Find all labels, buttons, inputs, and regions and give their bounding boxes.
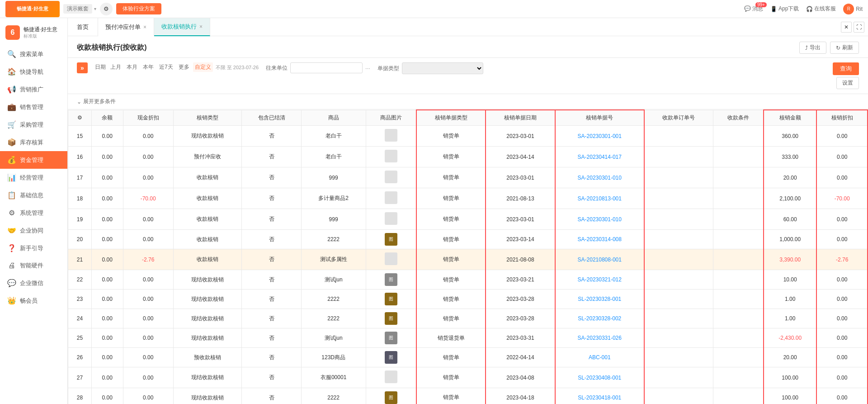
bill-type-select[interactable] xyxy=(402,62,483,74)
export-icon: ⤴ xyxy=(805,45,808,51)
tab-collection[interactable]: 收款核销执行 × xyxy=(154,18,210,36)
cell-10 xyxy=(644,188,713,209)
service-icon: 🎧 xyxy=(806,6,813,12)
table-container[interactable]: ⚙余额现金折扣核销类型包含已结清商品商品图片核销单据类型核销单据日期核销单据号收… xyxy=(68,109,868,404)
cell-6: 图 xyxy=(366,388,416,404)
close-tab1-btn[interactable]: × xyxy=(143,24,146,30)
sidebar-item-basic[interactable]: 📋基础信息 xyxy=(0,186,67,204)
tab-prepay[interactable]: 预付冲应付单 × xyxy=(98,18,154,36)
table-row[interactable]: 210.00-2.76收款核销否测试多属性销货单2021-08-08SA-202… xyxy=(68,249,868,270)
cell-6 xyxy=(366,209,416,230)
cell-7: 销货单 xyxy=(416,126,486,147)
query-button[interactable]: 查询 xyxy=(833,62,859,75)
filter-settings-button[interactable]: 设置 xyxy=(836,77,859,89)
sidebar-item-nav[interactable]: 🏠快捷导航 xyxy=(0,63,67,81)
company-dropdown[interactable]: 演示账套 ▾ xyxy=(63,4,96,14)
custom-link[interactable]: 自定义 xyxy=(193,62,213,72)
cell-3: 现结收款核销 xyxy=(173,290,242,309)
user-info[interactable]: R Rit xyxy=(843,4,863,14)
more-link[interactable]: 更多 xyxy=(177,62,191,72)
col-header-1: 余额 xyxy=(91,110,123,126)
app-download-btn[interactable]: 📱 App下载 xyxy=(770,5,799,13)
cell-0: 27 xyxy=(68,367,92,388)
table-row[interactable]: 270.000.00现结收款核销否衣服00001销货单2023-04-08SL-… xyxy=(68,367,868,388)
sidebar-item-marketing[interactable]: 📢营销推广 xyxy=(0,81,67,98)
cell-2: 0.00 xyxy=(123,290,173,309)
export-button[interactable]: ⤴ 导出 xyxy=(799,42,826,54)
recent7-link[interactable]: 近7天 xyxy=(157,62,175,72)
party-dots[interactable]: ··· xyxy=(365,65,370,71)
this-year-link[interactable]: 本年 xyxy=(141,62,156,72)
sidebar-item-sales[interactable]: 💼销售管理 xyxy=(0,98,67,116)
table-row[interactable]: 170.000.00收款核销否999销货单2023-03-01SA-202303… xyxy=(68,167,868,188)
sidebar-item-search[interactable]: 🔍搜索菜单 xyxy=(0,45,67,63)
table-row[interactable]: 260.000.00预收款核销否123D商品图销货单2022-04-14ABC-… xyxy=(68,348,868,367)
cell-0: 24 xyxy=(68,309,92,328)
party-input[interactable] xyxy=(290,62,363,73)
cell-4: 否 xyxy=(242,309,301,328)
cell-0: 15 xyxy=(68,126,92,147)
cell-11 xyxy=(713,270,764,290)
cell-5: 老白干 xyxy=(301,126,366,147)
close-window-btn[interactable]: ✕ xyxy=(841,22,852,33)
product-image xyxy=(385,171,397,183)
online-service-btn[interactable]: 🎧 在线客服 xyxy=(806,5,836,13)
prev-month-link[interactable]: 上月 xyxy=(108,62,123,72)
table-row[interactable]: 180.00-70.00收款核销否多计量商品2销货单2021-08-13SA-2… xyxy=(68,188,868,209)
cell-2: 0.00 xyxy=(123,230,173,249)
sidebar-item-operations[interactable]: 📊经营管理 xyxy=(0,169,67,186)
sidebar-item-finance[interactable]: 💰资金管理 xyxy=(0,151,67,169)
cell-0: 21 xyxy=(68,249,92,270)
messages-btn[interactable]: 💬 消息 99+ xyxy=(744,5,763,13)
refresh-button[interactable]: ↻ 刷新 xyxy=(830,42,859,54)
cell-8: 2023-03-01 xyxy=(486,126,555,147)
sidebar-item-member[interactable]: 👑畅会员 xyxy=(0,292,67,309)
cell-10 xyxy=(644,249,713,270)
table-row[interactable]: 200.000.00收款核销否2222图销货单2023-03-14SA-2023… xyxy=(68,230,868,249)
cell-8: 2021-08-08 xyxy=(486,249,555,270)
this-month-link[interactable]: 本月 xyxy=(125,62,139,72)
cell-10 xyxy=(644,230,713,249)
sidebar-item-system[interactable]: ⚙系统管理 xyxy=(0,204,67,222)
sidebar-item-guide[interactable]: ❓新手引导 xyxy=(0,239,67,257)
cell-13: 0.00 xyxy=(816,290,868,309)
sidebar-item-hardware[interactable]: 🖨智能硬件 xyxy=(0,257,67,274)
cell-9: SA-20230301-001 xyxy=(555,126,644,147)
purchase-icon: 🛒 xyxy=(7,120,16,129)
sidebar-item-purchase[interactable]: 🛒采购管理 xyxy=(0,116,67,133)
tab-home[interactable]: 首页 xyxy=(68,18,98,36)
filter-expand-btn[interactable]: » xyxy=(77,62,88,73)
table-row[interactable]: 190.000.00收款核销否999销货单2023-03-01SA-202303… xyxy=(68,209,868,230)
table-row[interactable]: 230.000.00现结收款核销否2222图销货单2023-03-28SL-20… xyxy=(68,290,868,309)
cell-12: 1.00 xyxy=(764,290,816,309)
cell-1: 0.00 xyxy=(91,309,123,328)
expand-window-btn[interactable]: ⛶ xyxy=(854,22,864,33)
close-tab2-btn[interactable]: × xyxy=(199,24,203,30)
settings-btn[interactable]: ⚙ xyxy=(100,3,113,15)
cell-10 xyxy=(644,270,713,290)
trial-button[interactable]: 体验行业方案 xyxy=(116,3,161,14)
cell-9: SL-20230408-001 xyxy=(555,367,644,388)
expand-conditions-btn[interactable]: ⌄ 展开更多条件 xyxy=(77,96,859,107)
cell-10 xyxy=(644,126,713,147)
cell-11 xyxy=(713,167,764,188)
table-row[interactable]: 280.000.00现结收款核销否2222图销货单2023-04-18SL-20… xyxy=(68,388,868,404)
app-layout: 6 畅捷通·好生意 标准版 🔍搜索菜单🏠快捷导航📢营销推广💼销售管理🛒采购管理📦… xyxy=(0,18,868,404)
table-row[interactable]: 160.000.00预付冲应收否老白干销货单2023-04-14SA-20230… xyxy=(68,147,868,167)
col-header-13: 核销折扣 xyxy=(816,110,868,126)
table-row[interactable]: 150.000.00现结收款核销否老白干销货单2023-03-01SA-2023… xyxy=(68,126,868,147)
refresh-icon: ↻ xyxy=(836,45,840,51)
cell-5: 测试jun xyxy=(301,270,366,290)
cell-2: 0.00 xyxy=(123,309,173,328)
cell-12: 1,000.00 xyxy=(764,230,816,249)
expand-conditions-bar: ⌄ 展开更多条件 xyxy=(68,94,868,109)
chevron-down-icon: ⌄ xyxy=(77,99,81,105)
table-row[interactable]: 220.000.00现结收款核销否测试jun图销货单2023-03-21SA-2… xyxy=(68,270,868,290)
sidebar-item-inventory[interactable]: 📦库存核算 xyxy=(0,133,67,151)
cell-12: 360.00 xyxy=(764,126,816,147)
cell-3: 收款核销 xyxy=(173,188,242,209)
sidebar-item-wechat[interactable]: 💬企业微信 xyxy=(0,274,67,292)
table-row[interactable]: 250.000.00现结收款核销否测试jun图销货退货单2023-03-31SA… xyxy=(68,328,868,348)
sidebar-item-corp[interactable]: 🤝企业协同 xyxy=(0,222,67,239)
table-row[interactable]: 240.000.00现结收款核销否2222图销货单2023-03-28SL-20… xyxy=(68,309,868,328)
